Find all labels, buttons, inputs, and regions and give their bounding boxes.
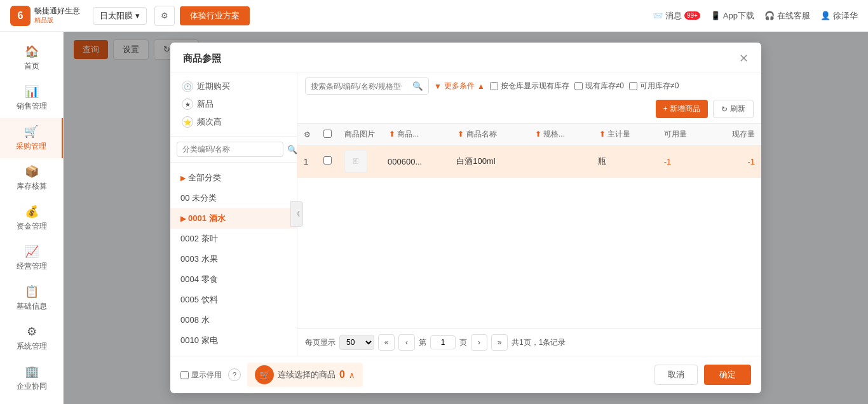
main-content: 查询 设置 ↻ 刷新 商品参照 ✕ 🕐 xyxy=(64,32,868,404)
trial-button[interactable]: 体验行业方案 xyxy=(180,6,250,25)
col-settings[interactable]: ⚙ xyxy=(297,124,317,145)
col-available: 可用量 xyxy=(658,124,710,145)
collapse-up-button[interactable]: ∧ xyxy=(349,370,355,380)
sidebar-item-enterprise[interactable]: 🏢 企业协同 xyxy=(0,358,63,398)
inventory-icon: 📦 xyxy=(25,165,39,178)
sidebar-item-label: 销售管理 xyxy=(17,101,47,112)
cat-item-0002[interactable]: 0002 茶叶 xyxy=(170,229,297,249)
row-unit: 瓶 xyxy=(592,145,658,178)
gear-icon: ⚙ xyxy=(161,11,168,20)
stock-not-zero-checkbox[interactable] xyxy=(574,82,583,90)
category-panel: 🕐 近期购买 ★ 新品 ⭐ 频次高 xyxy=(170,72,297,356)
modal-close-button[interactable]: ✕ xyxy=(739,51,749,65)
store-selector[interactable]: 日太阳膜 ▾ xyxy=(93,7,147,25)
stock-not-zero-filter[interactable]: 现有库存≠0 xyxy=(574,81,624,91)
cat-item-0003[interactable]: 0003 水果 xyxy=(170,249,297,269)
cat-item-all[interactable]: ▶ 全部分类 xyxy=(170,168,297,188)
cancel-button[interactable]: 取消 xyxy=(654,365,698,385)
row-index: 1 xyxy=(297,145,317,178)
show-disabled-label[interactable]: 显示停用 xyxy=(180,370,222,380)
cat-item-00[interactable]: 00 未分类 xyxy=(170,188,297,208)
page-size-select[interactable]: 50 10 20 100 xyxy=(339,335,374,350)
warehouse-checkbox[interactable] xyxy=(490,82,498,90)
row-name: 白酒100ml xyxy=(450,145,527,178)
confirm-button[interactable]: 确定 xyxy=(704,365,751,385)
row-spec xyxy=(527,145,592,178)
sidebar-item-inventory[interactable]: 📦 库存核算 xyxy=(0,158,63,198)
sidebar-item-sales[interactable]: 📊 销售管理 xyxy=(0,78,63,118)
modal-footer: 显示停用 ? 🛒 连续选择的商品 0 ∧ 取消 确定 xyxy=(170,356,761,393)
page-number-input[interactable] xyxy=(430,335,456,349)
total-info: 共1页，1条记录 xyxy=(512,337,566,348)
modal-header: 商品参照 ✕ xyxy=(170,43,761,72)
product-search-button[interactable]: 🔍 xyxy=(407,78,428,94)
warehouse-filter[interactable]: 按仓库显示现有库存 xyxy=(490,81,569,91)
logo-name: 畅捷通好生意 xyxy=(34,6,80,17)
col-name[interactable]: ⬆ 商品名称 xyxy=(450,124,527,145)
sidebar-item-label: 基础信息 xyxy=(17,301,47,312)
new-icon: ★ xyxy=(182,98,193,110)
more-filter-button[interactable]: ▼ 更多条件 ▲ xyxy=(434,81,485,91)
sidebar-item-guide[interactable]: 🎓 新手引导 xyxy=(0,398,63,404)
footer-left: 显示停用 xyxy=(180,370,222,380)
category-search-input[interactable] xyxy=(177,142,283,157)
available-not-zero-filter[interactable]: 可用库存≠0 xyxy=(629,81,679,91)
filter-icon: ▼ xyxy=(434,82,442,91)
product-image: 图 xyxy=(344,150,367,173)
gear-button[interactable]: ⚙ xyxy=(154,6,175,26)
product-reference-modal: 商品参照 ✕ 🕐 近期购买 ★ xyxy=(170,43,761,393)
modal-body: 🕐 近期购买 ★ 新品 ⭐ 频次高 xyxy=(170,72,761,356)
cat-item-0005[interactable]: 0005 饮料 xyxy=(170,290,297,310)
sales-icon: 📊 xyxy=(25,84,39,98)
pagination-area: 每页显示 50 10 20 100 « ‹ 第 页 xyxy=(297,328,761,356)
show-disabled-checkbox[interactable] xyxy=(180,371,189,379)
collapse-panel-button[interactable]: 《 xyxy=(290,201,303,227)
message-item[interactable]: 📨 消息 99+ xyxy=(653,10,700,22)
product-search-input[interactable] xyxy=(306,79,407,94)
col-code[interactable]: ⬆ 商品... xyxy=(381,124,450,145)
operations-icon: 📈 xyxy=(25,245,39,259)
add-product-button[interactable]: + 新增商品 xyxy=(656,100,708,118)
cat-item-0008[interactable]: 0008 水 xyxy=(170,310,297,330)
row-checkbox[interactable] xyxy=(317,145,338,178)
cat-item-0010[interactable]: 0010 家电 xyxy=(170,330,297,351)
col-spec[interactable]: ⬆ 规格... xyxy=(527,124,592,145)
category-list: ▶ 全部分类 00 未分类 ▶ 0001 酒水 0002 茶 xyxy=(170,163,297,356)
row-available: -1 xyxy=(658,145,710,178)
sidebar-item-system[interactable]: ⚙ 系统管理 xyxy=(0,318,63,358)
prev-page-button[interactable]: ‹ xyxy=(398,334,415,351)
sidebar-item-operations[interactable]: 📈 经营管理 xyxy=(0,238,63,278)
table-header: ⚙ 商品图片 ⬆ xyxy=(297,124,761,145)
select-all-checkbox[interactable] xyxy=(323,130,332,138)
sidebar-item-basic[interactable]: 📋 基础信息 xyxy=(0,278,63,318)
next-page-button[interactable]: › xyxy=(471,334,487,351)
col-unit[interactable]: ⬆ 主计量 xyxy=(592,124,658,145)
app-download-item[interactable]: 📱 App下载 xyxy=(710,10,754,22)
online-service-item[interactable]: 🎧 在线客服 xyxy=(764,10,810,22)
table-row[interactable]: 1 图 000600... 白酒100ml xyxy=(297,145,761,178)
cat-item-0001[interactable]: ▶ 0001 酒水 xyxy=(170,208,297,229)
last-page-button[interactable]: » xyxy=(491,334,508,351)
headset-icon: 🎧 xyxy=(764,11,775,20)
logo-area: 6 畅捷通好生意 精品版 xyxy=(10,6,80,26)
category-search-icon[interactable]: 🔍 xyxy=(287,145,297,154)
chevron-down-icon: ▾ xyxy=(135,11,140,20)
quick-item-recent[interactable]: 🕐 近期购买 xyxy=(177,77,290,95)
help-icon[interactable]: ? xyxy=(228,368,241,381)
row-select-checkbox[interactable] xyxy=(323,156,332,165)
system-icon: ⚙ xyxy=(27,325,37,339)
first-page-button[interactable]: « xyxy=(378,334,395,351)
sort-icon: ⬆ xyxy=(458,130,464,138)
logo-sub: 精品版 xyxy=(34,16,80,25)
user-avatar[interactable]: 👤 徐泽华 xyxy=(820,10,858,22)
quick-item-new[interactable]: ★ 新品 xyxy=(177,95,290,113)
row-stock: -1 xyxy=(709,145,761,178)
cat-item-0004[interactable]: 0004 零食 xyxy=(170,269,297,290)
sidebar-item-purchase[interactable]: 🛒 采购管理 xyxy=(0,118,63,158)
quick-item-frequent[interactable]: ⭐ 频次高 xyxy=(177,113,290,131)
modal-title: 商品参照 xyxy=(183,53,221,65)
sidebar-item-home[interactable]: 🏠 首页 xyxy=(0,38,63,78)
available-not-zero-checkbox[interactable] xyxy=(629,82,637,90)
refresh-button[interactable]: ↻ 刷新 xyxy=(713,100,754,118)
sidebar-item-finance[interactable]: 💰 资金管理 xyxy=(0,198,63,238)
